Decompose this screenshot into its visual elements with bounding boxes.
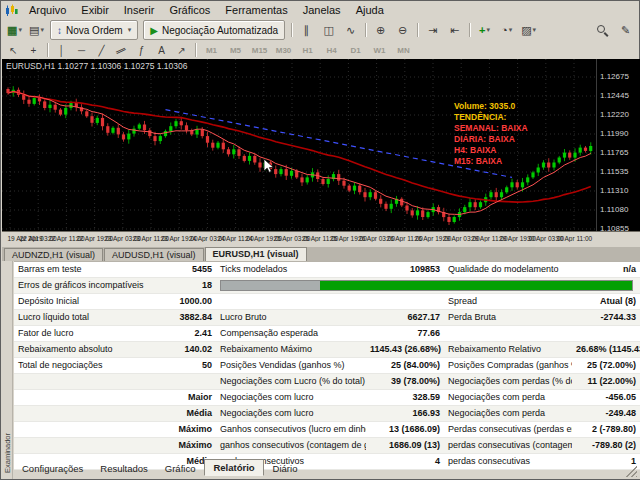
report-cell-c3v: -2744.33 xyxy=(572,310,640,325)
tester-tab-grafico[interactable]: Gráfico xyxy=(157,462,204,476)
fibonacci-icon[interactable]: ƒ xyxy=(132,42,151,59)
report-row[interactable]: MaiorNegociações com lucro328.59Negociaç… xyxy=(14,390,640,406)
report-cell-c1v: Maior xyxy=(144,390,216,405)
tester-panel: Examinador Barras em teste5455Ticks mode… xyxy=(2,261,640,479)
date-label: 30 Apr 11:00 xyxy=(553,235,595,242)
report-cell-c3l: Negociações com perdas (% do total) xyxy=(444,374,572,389)
menu-item-arquivo[interactable]: Arquivo xyxy=(22,3,73,17)
report-row[interactable]: Máximoganhos consecutivos (contagem de g… xyxy=(14,438,640,454)
chart-tab-audnzd-h1-visual[interactable]: AUDNZD,H1 (visual) xyxy=(4,248,103,261)
zoom-in-icon[interactable]: ⊕ xyxy=(370,20,391,40)
report-cell-c1v: 18 xyxy=(144,278,216,293)
indicators-icon[interactable]: +▾ xyxy=(474,20,495,40)
periods-icon[interactable]: ◔▾ xyxy=(496,20,517,40)
progress-bar xyxy=(220,280,633,291)
report-cell-c3v: 26.68% (1145.43) xyxy=(572,342,640,357)
menu-item-graficos[interactable]: Gráficos xyxy=(162,3,217,17)
templates-icon-glyph: ▨ xyxy=(521,24,531,37)
report-row[interactable]: Erros de gráficos incompatíveis18 xyxy=(14,278,640,294)
chevron-down-icon: ▾ xyxy=(487,26,491,34)
report-cell-c1l: Lucro líquido total xyxy=(14,310,144,325)
crosshair-icon[interactable]: + xyxy=(24,42,43,59)
menu-item-ajuda[interactable]: Ajuda xyxy=(349,3,391,17)
chart-tab-eurusd-h1-visual[interactable]: EURUSD,H1 (visual) xyxy=(205,247,307,261)
report-cell-c1v: Máximo xyxy=(144,438,216,453)
chart-tab-audusd-h1-visual[interactable]: AUDUSD,H1 (visual) xyxy=(104,248,204,261)
horizontal-line-icon[interactable]: ─ xyxy=(72,42,91,59)
text-icon[interactable]: A xyxy=(152,42,171,59)
chart-area[interactable]: EURUSD,H1 1.10277 1.10306 1.10275 1.1030… xyxy=(2,59,640,247)
report-cell-c1l xyxy=(14,438,144,453)
vertical-line-icon[interactable]: │ xyxy=(52,42,71,59)
report-row[interactable]: Rebaixamento absoluto140.02Rebaixamento … xyxy=(14,342,640,358)
menu-item-ferramentas[interactable]: Ferramentas xyxy=(218,3,294,17)
report-row[interactable]: MáximoGanhos consecutivos (lucro em dinh… xyxy=(14,422,640,438)
magnifier-icon[interactable] xyxy=(592,20,613,40)
timeframe-m30-button[interactable]: M30 xyxy=(272,43,295,57)
timeframe-m5-button[interactable]: M5 xyxy=(224,43,247,57)
report-cell-c3v: 25 (72.00%) xyxy=(572,358,640,373)
profiles-icon[interactable]: ▤▾ xyxy=(26,20,47,40)
tester-tab-relatorio[interactable]: Relatório xyxy=(204,459,263,476)
new-order-button[interactable]: ↕Nova Ordem▾ xyxy=(50,20,138,40)
pencil-icon[interactable]: ✎ xyxy=(615,20,636,40)
report-table: Barras em teste5455Ticks modelados109853… xyxy=(14,261,640,470)
menu-item-janelas[interactable]: Janelas xyxy=(296,3,348,17)
tester-tab-resultados[interactable]: Resultados xyxy=(92,462,156,476)
timeframe-mn-button[interactable]: MN xyxy=(392,43,415,57)
timeframe-m15-button[interactable]: M15 xyxy=(248,43,271,57)
fibonacci-icon-glyph: ƒ xyxy=(139,45,145,56)
trendline-icon[interactable]: ╱ xyxy=(92,42,111,59)
auto-scroll-icon-glyph: ⇥ xyxy=(428,24,437,37)
new-chart-icon[interactable]: ▦▾ xyxy=(4,20,25,40)
menu-bar: ArquivoExibirInserirGráficosFerramentasJ… xyxy=(2,1,638,20)
timeframe-d1-button[interactable]: D1 xyxy=(344,43,367,57)
menu-item-exibir[interactable]: Exibir xyxy=(74,3,116,17)
chevron-down-icon: ▾ xyxy=(40,26,44,34)
line-chart-icon[interactable]: ∿ xyxy=(340,20,361,40)
report-cell-c3v: 1 xyxy=(572,454,640,469)
auto-scroll-icon[interactable]: ⇥ xyxy=(422,20,443,40)
arrows-icon[interactable]: ↗ xyxy=(172,42,191,59)
menu-item-inserir[interactable]: Inserir xyxy=(117,3,162,17)
tester-tab-diario[interactable]: Diário xyxy=(265,462,306,476)
report-row[interactable]: Lucro líquido total3882.84Lucro Bruto662… xyxy=(14,310,640,326)
zoom-out-icon[interactable]: ⊖ xyxy=(392,20,413,40)
price-scale[interactable]: 1.126751.124451.122201.119901.117651.115… xyxy=(596,59,640,231)
report-cell-c3l: Spread xyxy=(444,294,572,309)
indicators-icon-glyph: + xyxy=(479,24,485,36)
chevron-down-icon: ▾ xyxy=(18,26,22,34)
horizontal-line-icon-glyph: ─ xyxy=(78,45,85,56)
cursor-icon[interactable]: ↖ xyxy=(4,42,23,59)
report-cell-c1l: Rebaixamento absoluto xyxy=(14,342,144,357)
tester-tab-configuracoes[interactable]: Configurações xyxy=(14,462,91,476)
report-row[interactable]: Depósito Inicial1000.00SpreadAtual (8) xyxy=(14,294,640,310)
time-axis[interactable]: 19 Apr 201922 Apr 03:0022 Apr 11:0022 Ap… xyxy=(2,231,640,247)
report-row[interactable]: Barras em teste5455Ticks modelados109853… xyxy=(14,262,640,278)
timeframe-h4-button[interactable]: H4 xyxy=(320,43,343,57)
timeframe-m1-button[interactable]: M1 xyxy=(200,43,223,57)
bar-chart-icon[interactable]: ∥ xyxy=(296,20,317,40)
chart-shift-icon[interactable]: ⇤ xyxy=(444,20,465,40)
autotrading-button[interactable]: ▶Negociação Automatizada xyxy=(143,20,285,40)
candlestick-chart-icon[interactable]: ◫ xyxy=(318,20,339,40)
report-cell-c2l: Negociações com Lucro (% do total) xyxy=(216,374,366,389)
timeframe-w1-button[interactable]: W1 xyxy=(368,43,391,57)
report-cell-c1v: 50 xyxy=(144,358,216,373)
report-cell-c1l: Barras em teste xyxy=(14,262,144,277)
report-row[interactable]: Negociações com Lucro (% do total)39 (78… xyxy=(14,374,640,390)
report-cell-c1l: Erros de gráficos incompatíveis xyxy=(14,278,144,293)
report-cell-c3l: perdas consecutivas (contagem de perdas) xyxy=(444,438,572,453)
report-cell-c2v: 109853 xyxy=(366,262,444,277)
report-row[interactable]: MédiaNegociações com lucro166.93Negociaç… xyxy=(14,406,640,422)
report-cell-c1v xyxy=(144,374,216,389)
new-order-button-label: Nova Ordem xyxy=(66,25,123,36)
report-cell-c2v xyxy=(366,294,444,309)
timeframe-h1-button[interactable]: H1 xyxy=(296,43,319,57)
channel-icon[interactable]: ∥ xyxy=(112,42,131,59)
overlay-line: DIÁRIA: BAIXA xyxy=(454,134,528,145)
report-row[interactable]: Total de negociações50Posições Vendidas … xyxy=(14,358,640,374)
report-cell-c2l xyxy=(216,294,366,309)
report-row[interactable]: Fator de lucro2.41Compensação esperada77… xyxy=(14,326,640,342)
templates-icon[interactable]: ▨▾ xyxy=(518,20,539,40)
